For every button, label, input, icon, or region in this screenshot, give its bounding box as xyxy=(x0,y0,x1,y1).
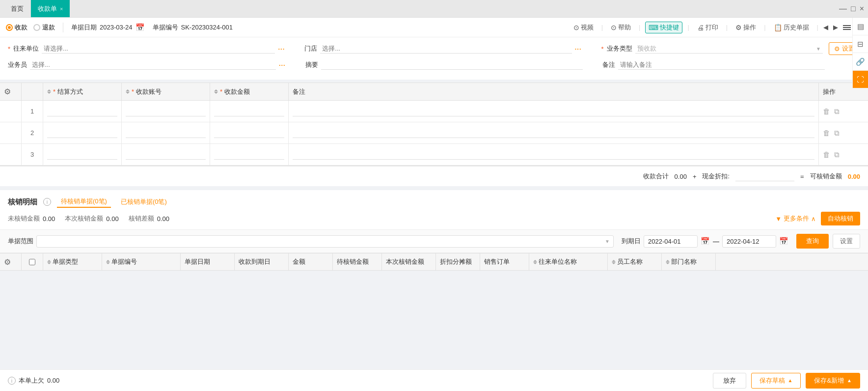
tab-receipt[interactable]: 收款单 × xyxy=(31,0,70,17)
btn-print[interactable]: 🖨 打印 xyxy=(694,22,721,33)
row-remark-input-2[interactable] xyxy=(293,128,814,138)
recon-info-icon[interactable]: i xyxy=(43,198,51,206)
settlement-input-3[interactable] xyxy=(47,150,117,160)
stat-diff: 核销差额 0.00 xyxy=(129,214,169,223)
btn-shortcut[interactable]: ⌨ 快捷键 xyxy=(645,22,682,33)
number-value: SK-20230324-001 xyxy=(181,24,233,31)
td-settlement-2[interactable] xyxy=(43,122,122,143)
settlement-input-1[interactable] xyxy=(47,107,117,116)
amount-input-1[interactable] xyxy=(214,107,284,116)
discard-button[interactable]: 放弃 xyxy=(713,373,746,389)
delete-icon-3[interactable]: 🗑 xyxy=(823,150,830,159)
tab-pending-label: 待核销单据(0笔) xyxy=(61,197,107,205)
account-input-2[interactable] xyxy=(126,128,206,138)
account-input-1[interactable] xyxy=(126,107,206,116)
this-clear-label: 本次核销金额 xyxy=(65,214,103,223)
row-remark-input-3[interactable] xyxy=(293,150,814,160)
account-input-3[interactable] xyxy=(126,150,206,160)
radio-receipt[interactable]: 收款 xyxy=(6,23,27,32)
td-account-1[interactable] xyxy=(122,101,210,122)
print-icon: 🖨 xyxy=(697,24,704,31)
tab-pending[interactable]: 待核销单据(0笔) xyxy=(57,196,111,208)
btn-help[interactable]: ⊙ 帮助 xyxy=(608,22,634,33)
store-more-icon[interactable]: ··· xyxy=(575,45,582,53)
amount-input-3[interactable] xyxy=(214,150,284,160)
td-settlement-3[interactable] xyxy=(43,144,122,165)
save-btn-arrow-icon: ▲ xyxy=(847,378,852,383)
query-button[interactable]: 查询 xyxy=(796,234,829,249)
diff-label: 核销差额 xyxy=(129,214,154,223)
th-settings[interactable]: ⚙ xyxy=(0,83,22,100)
action-icons-3: 🗑 ⧉ xyxy=(823,150,840,159)
td-account-3[interactable] xyxy=(122,144,210,165)
footer-info-icon[interactable]: i xyxy=(8,377,16,385)
copy-icon-2[interactable]: ⧉ xyxy=(834,129,840,138)
copy-icon-1[interactable]: ⧉ xyxy=(834,107,840,116)
amount-input-2[interactable] xyxy=(214,128,284,138)
row-remark-input-1[interactable] xyxy=(293,107,814,116)
tab-done-label: 已核销单据(0笔) xyxy=(121,198,167,205)
auto-clear-button[interactable]: 自动核销 xyxy=(821,212,860,225)
date-from-input[interactable] xyxy=(644,235,698,248)
nav-next[interactable]: ▶ xyxy=(833,24,838,31)
save-draft-button[interactable]: 保存草稿 ▲ xyxy=(751,373,801,389)
td-num-1: 1 xyxy=(22,101,43,122)
settlement-input-2[interactable] xyxy=(47,128,117,138)
store-input[interactable] xyxy=(320,44,571,54)
td-amount-2[interactable] xyxy=(210,122,289,143)
party-more-icon[interactable]: ··· xyxy=(278,45,285,53)
radio-refund[interactable]: 退款 xyxy=(33,23,55,32)
td-account-2[interactable] xyxy=(122,122,210,143)
nav-prev[interactable]: ◀ xyxy=(823,24,828,31)
window-min-icon[interactable]: — xyxy=(839,4,847,13)
abstract-input[interactable] xyxy=(321,60,583,70)
calendar-to-icon[interactable]: 📅 xyxy=(779,237,788,246)
select-all-checkbox[interactable] xyxy=(29,259,35,265)
btn-video[interactable]: ⊙ 视频 xyxy=(570,22,597,33)
sidebar-icon-doc[interactable]: ⊟ xyxy=(853,35,868,53)
td-settlement-1[interactable] xyxy=(43,101,122,122)
calendar-icon[interactable]: 📅 xyxy=(136,23,145,32)
td-amount-3[interactable] xyxy=(210,144,289,165)
discount-input[interactable] xyxy=(735,171,794,181)
menu-icon[interactable] xyxy=(843,25,851,30)
tab-home[interactable]: 首页 xyxy=(4,0,31,17)
toolbar: 收款 退款 单据日期 2023-03-24 📅 单据编号 SK-20230324… xyxy=(0,18,868,37)
doc-range-select[interactable] xyxy=(36,235,614,248)
shortcut-icon: ⌨ xyxy=(649,24,658,31)
bth-settings[interactable]: ⚙ xyxy=(0,253,22,270)
bottom-gear-icon[interactable]: ⚙ xyxy=(4,257,11,267)
delete-icon-1[interactable]: 🗑 xyxy=(823,107,830,115)
tab-receipt-label: 收款单 xyxy=(38,4,57,13)
delete-icon-2[interactable]: 🗑 xyxy=(823,129,830,137)
td-amount-1[interactable] xyxy=(210,101,289,122)
btn-operation[interactable]: ⚙ 操作 xyxy=(732,22,759,33)
salesperson-more-icon[interactable]: ··· xyxy=(279,61,286,69)
date-to-input[interactable] xyxy=(722,235,776,248)
window-max-icon[interactable]: □ xyxy=(851,4,856,13)
party-input[interactable] xyxy=(42,44,275,54)
sidebar-icon-screen[interactable]: ⛶ xyxy=(853,71,868,88)
biztype-input[interactable] xyxy=(635,44,823,54)
remark-input[interactable] xyxy=(618,60,825,70)
td-remark-3[interactable] xyxy=(289,144,819,165)
tab-home-label: 首页 xyxy=(11,4,24,13)
btn-history[interactable]: 📋 历史单据 xyxy=(771,22,812,33)
td-num-2: 2 xyxy=(22,122,43,143)
copy-icon-3[interactable]: ⧉ xyxy=(834,150,840,159)
calendar-from-icon[interactable]: 📅 xyxy=(701,237,710,246)
recon-setting-button[interactable]: 设置 xyxy=(833,234,860,249)
bth-dept: 部门名称 xyxy=(662,253,716,270)
sidebar-icon-table[interactable]: ▤ xyxy=(853,18,868,35)
window-close-icon[interactable]: × xyxy=(860,4,864,13)
td-remark-1[interactable] xyxy=(289,101,819,122)
tab-close-icon[interactable]: × xyxy=(60,6,63,12)
table-gear-icon[interactable]: ⚙ xyxy=(4,87,11,96)
sidebar-icon-link[interactable]: 🔗 xyxy=(853,53,868,71)
more-conditions-link[interactable]: ▼ 更多条件 ∧ xyxy=(775,214,816,223)
salesperson-input[interactable] xyxy=(30,60,276,70)
field-party: * 往来单位 ··· xyxy=(8,44,285,54)
td-remark-2[interactable] xyxy=(289,122,819,143)
tab-done[interactable]: 已核销单据(0笔) xyxy=(117,196,171,207)
save-new-button[interactable]: 保存&新增 ▲ xyxy=(806,373,860,389)
